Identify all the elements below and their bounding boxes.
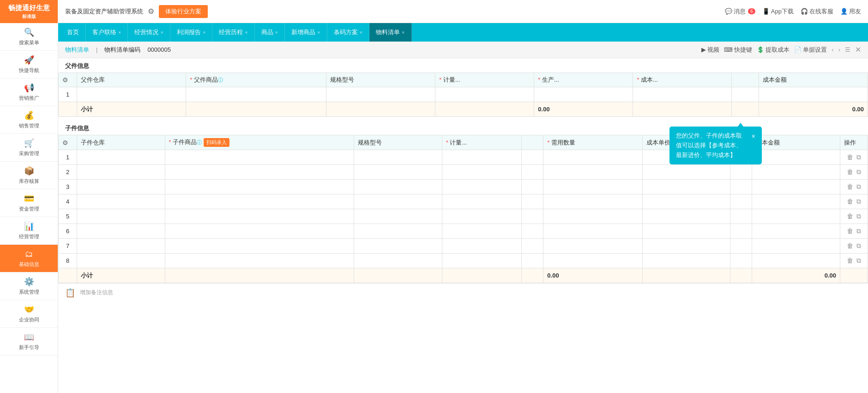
child-row-2-unit[interactable]: [442, 165, 522, 180]
child-row-7-product[interactable]: [165, 239, 354, 254]
tab-new-product[interactable]: 新增商品 ×: [285, 23, 327, 42]
tab-product[interactable]: 商品 ×: [255, 23, 285, 42]
parent-row-1-warehouse[interactable]: [77, 87, 186, 102]
child-row-8-product[interactable]: [165, 254, 354, 268]
child-row-6-product[interactable]: [165, 224, 354, 239]
child-row-4-warehouse[interactable]: [77, 194, 165, 209]
app-action[interactable]: 📱 App下载: [762, 7, 794, 16]
parent-row-1-amount[interactable]: [759, 87, 868, 102]
delete-icon-row-3[interactable]: 🗑: [847, 183, 853, 190]
child-row-5-spec[interactable]: [354, 209, 442, 224]
nav-menu-icon[interactable]: ☰: [845, 46, 850, 53]
tab-history[interactable]: 经营历程 ×: [212, 23, 254, 42]
parent-row-1-prod[interactable]: [534, 87, 633, 102]
video-action[interactable]: ▶ 视频: [701, 46, 719, 54]
child-row-8-amount[interactable]: [752, 254, 840, 268]
breadcrumb-close-icon[interactable]: ✕: [855, 45, 861, 54]
tab-barcode[interactable]: 条码方案 ×: [327, 23, 369, 42]
child-row-4-spec[interactable]: [354, 194, 442, 209]
child-row-1-spec[interactable]: [354, 150, 442, 165]
child-row-8-unit[interactable]: [442, 254, 522, 268]
settings-icon[interactable]: ⚙: [148, 7, 154, 16]
child-row-8-warehouse[interactable]: [77, 254, 165, 268]
delete-icon-row-2[interactable]: 🗑: [847, 168, 853, 175]
tab-home[interactable]: 首页: [60, 23, 86, 42]
delete-icon-row-5[interactable]: 🗑: [847, 212, 853, 220]
child-row-7-unitcost[interactable]: [642, 239, 730, 254]
copy-icon-row-7[interactable]: ⧉: [856, 242, 861, 249]
trial-button[interactable]: 体验行业方案: [159, 5, 208, 18]
child-row-4-product[interactable]: [165, 194, 354, 209]
child-row-1-amount[interactable]: [752, 150, 840, 165]
scan-badge[interactable]: 扫码录入: [204, 138, 229, 147]
sidebar-item-quick-nav[interactable]: 🚀 快捷导航: [0, 51, 58, 79]
child-row-6-warehouse[interactable]: [77, 224, 165, 239]
tab-close-bom[interactable]: ×: [402, 30, 404, 35]
parent-settings-icon[interactable]: ⚙: [62, 76, 68, 84]
child-row-7-qty[interactable]: [543, 239, 643, 254]
child-row-8-unitcost[interactable]: [642, 254, 730, 268]
child-row-3-amount[interactable]: [752, 180, 840, 194]
tooltip-close-icon[interactable]: ×: [752, 131, 755, 141]
tab-customer[interactable]: 客户联络 ×: [86, 23, 128, 42]
copy-icon-row-3[interactable]: ⧉: [856, 183, 861, 190]
parent-row-1-cost[interactable]: [633, 87, 732, 102]
child-row-5-product[interactable]: [165, 209, 354, 224]
tab-close-customer[interactable]: ×: [118, 30, 121, 35]
child-settings-icon[interactable]: ⚙: [62, 139, 68, 146]
tab-close-business[interactable]: ×: [160, 30, 163, 35]
shortcut-action[interactable]: ⌨ 快捷键: [724, 46, 752, 54]
delete-icon-row-7[interactable]: 🗑: [847, 242, 853, 249]
delete-icon-row-6[interactable]: 🗑: [847, 227, 853, 235]
copy-icon-row-1[interactable]: ⧉: [856, 153, 861, 161]
sidebar-item-search[interactable]: 🔍 搜索菜单: [0, 23, 58, 51]
copy-icon-row-6[interactable]: ⧉: [856, 227, 861, 235]
child-row-5-unit[interactable]: [442, 209, 522, 224]
child-row-6-qty[interactable]: [543, 224, 643, 239]
child-row-3-warehouse[interactable]: [77, 180, 165, 194]
child-row-6-spec[interactable]: [354, 224, 442, 239]
child-row-2-warehouse[interactable]: [77, 165, 165, 180]
child-row-7-warehouse[interactable]: [77, 239, 165, 254]
settings-action[interactable]: 📄 单据设置: [794, 46, 827, 54]
delete-icon-row-4[interactable]: 🗑: [847, 198, 853, 205]
child-row-7-amount[interactable]: [752, 239, 840, 254]
child-row-5-unitcost[interactable]: [642, 209, 730, 224]
copy-icon-row-5[interactable]: ⧉: [856, 212, 861, 220]
sidebar-item-operations[interactable]: 📊 经营管理: [0, 217, 58, 245]
copy-icon-row-2[interactable]: ⧉: [856, 168, 861, 175]
copy-icon-row-4[interactable]: ⧉: [856, 198, 861, 205]
tab-close-product[interactable]: ×: [275, 30, 278, 35]
child-row-3-qty[interactable]: [543, 180, 643, 194]
child-row-2-qty[interactable]: [543, 165, 643, 180]
parent-row-1-unit[interactable]: [435, 87, 534, 102]
child-row-2-product[interactable]: [165, 165, 354, 180]
child-row-3-unitcost[interactable]: [642, 180, 730, 194]
child-row-7-unit[interactable]: [442, 239, 522, 254]
parent-row-1-product[interactable]: [186, 87, 326, 102]
child-row-2-spec[interactable]: [354, 165, 442, 180]
message-action[interactable]: 💬 消息 6: [725, 7, 755, 16]
child-row-3-unit[interactable]: [442, 180, 522, 194]
child-row-5-qty[interactable]: [543, 209, 643, 224]
child-row-8-spec[interactable]: [354, 254, 442, 268]
breadcrumb-current[interactable]: 物料清单: [65, 46, 89, 54]
child-row-2-unitcost[interactable]: [642, 165, 730, 180]
sidebar-item-sales[interactable]: 💰 销售管理: [0, 106, 58, 134]
cost-action[interactable]: 💲 提取成本: [757, 46, 790, 54]
nav-prev-icon[interactable]: ‹: [832, 46, 833, 53]
child-row-5-amount[interactable]: [752, 209, 840, 224]
child-row-1-unit[interactable]: [442, 150, 522, 165]
sidebar-item-finance[interactable]: 💳 资金管理: [0, 189, 58, 217]
delete-icon-row-8[interactable]: 🗑: [847, 257, 853, 264]
child-row-4-unitcost[interactable]: [642, 194, 730, 209]
child-row-5-warehouse[interactable]: [77, 209, 165, 224]
child-row-7-spec[interactable]: [354, 239, 442, 254]
tab-bom[interactable]: 物料清单 ×: [369, 23, 411, 42]
sidebar-item-purchase[interactable]: 🛒 采购管理: [0, 134, 58, 162]
sidebar-item-guide[interactable]: 📖 新手引导: [0, 328, 58, 356]
sidebar-item-marketing[interactable]: 📢 营销推广: [0, 79, 58, 106]
child-row-6-amount[interactable]: [752, 224, 840, 239]
copy-icon-row-8[interactable]: ⧉: [856, 257, 861, 264]
child-row-3-spec[interactable]: [354, 180, 442, 194]
